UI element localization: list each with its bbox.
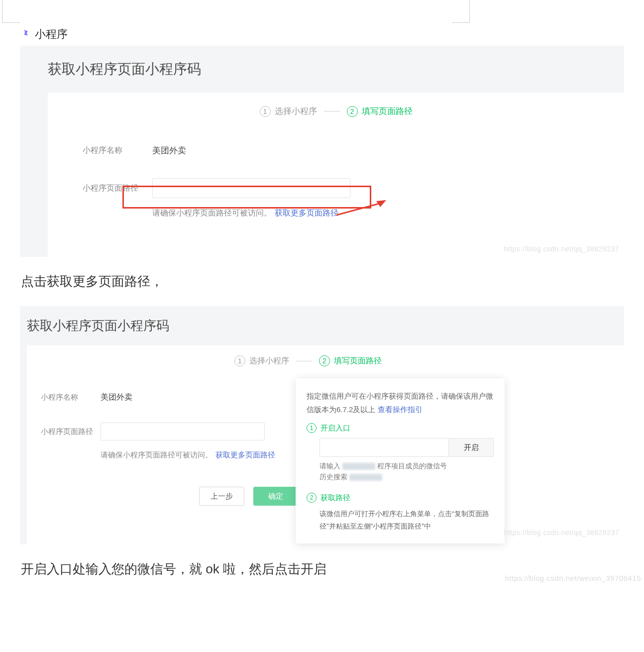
ok-button[interactable]: 确定 xyxy=(253,487,298,506)
more-paths-popup: 指定微信用户可在小程序获得页面路径，请确保该用户微信版本为6.7.2及以上 查看… xyxy=(296,378,505,543)
step-2: 2 填写页面路径 xyxy=(347,106,413,117)
popup-description: 指定微信用户可在小程序获得页面路径，请确保该用户微信版本为6.7.2及以上 查看… xyxy=(307,389,494,416)
hint-text: 请确保小程序页面路径可被访问。 xyxy=(152,209,272,217)
screenshot-1: 获取小程序页面小程序码 1 选择小程序 2 填写页面路径 小程序名称 美团外卖 … xyxy=(20,46,624,257)
path-label: 小程序页面路径 xyxy=(83,183,152,194)
step-1: 1 选择小程序 xyxy=(260,106,317,117)
panel-title: 获取小程序页面小程序码 xyxy=(20,46,624,93)
step-number-icon: 1 xyxy=(234,355,245,366)
popup-step-2: 2 获取路径 xyxy=(307,493,494,503)
open-button[interactable]: 开启 xyxy=(449,438,494,457)
wechat-id-input-row: 开启 xyxy=(320,438,494,457)
path-label: 小程序页面路径 xyxy=(41,427,101,436)
stepper: 1 选择小程序 2 填写页面路径 xyxy=(0,355,624,366)
screenshot-2: 获取小程序页面小程序码 1 选择小程序 2 填写页面路径 小程序名称 美团外卖 … xyxy=(20,306,624,544)
hint-suffix: 程序项目成员的微信号 xyxy=(377,462,447,470)
top-ornament xyxy=(0,0,644,23)
hint-text: 请确保小程序页面路径可被访问。 xyxy=(101,451,213,459)
form-card: 1 选择小程序 2 填写页面路径 小程序名称 美团外卖 小程序页面路径 请确保小… xyxy=(48,93,624,257)
popup-step2-desc: 该微信用户可打开小程序右上角菜单，点击“复制页面路径”并粘贴至左侧“小程序页面路… xyxy=(320,508,494,533)
history-row: 历史搜索 xyxy=(320,473,494,482)
step-label: 填写页面路径 xyxy=(334,356,382,366)
corner-mark-right xyxy=(452,0,470,23)
step-label: 填写页面路径 xyxy=(362,106,413,117)
prev-button[interactable]: 上一步 xyxy=(199,487,244,506)
popup-step1-label: 开启入口 xyxy=(321,424,350,433)
name-value: 美团外卖 xyxy=(152,145,186,156)
watermark-text: https://blog.csdn.net/qq_38829237 xyxy=(504,245,619,253)
get-more-paths-link[interactable]: 获取更多页面路径 xyxy=(215,451,275,459)
hint-prefix: 请输入 xyxy=(320,462,340,470)
input-hint: 请输入 程序项目成员的微信号 xyxy=(320,462,494,471)
step-1: 1 选择小程序 xyxy=(234,355,289,366)
form-card: 1 选择小程序 2 填写页面路径 小程序名称 美团外卖 小程序页面路径 请确保小… xyxy=(27,345,624,544)
step-number-icon: 1 xyxy=(307,423,317,433)
name-label: 小程序名称 xyxy=(41,393,101,402)
corner-mark-left xyxy=(2,0,20,23)
step-label: 选择小程序 xyxy=(275,106,317,117)
step-number-icon: 1 xyxy=(260,106,271,117)
step-label: 选择小程序 xyxy=(249,356,289,366)
path-input[interactable] xyxy=(101,423,265,440)
stepper: 1 选择小程序 2 填写页面路径 xyxy=(48,106,624,117)
blurred-text xyxy=(342,463,375,470)
name-row: 小程序名称 美团外卖 xyxy=(83,139,624,162)
step-number-icon: 2 xyxy=(307,493,317,503)
step-divider xyxy=(296,361,312,361)
history-label: 历史搜索 xyxy=(320,473,347,481)
watermark-text: https://blog.csdn.net/qq_38829237 xyxy=(504,529,619,537)
panel-title: 获取小程序页面小程序码 xyxy=(20,306,624,345)
wechat-id-input[interactable] xyxy=(320,438,449,457)
path-row: 小程序页面路径 xyxy=(83,172,624,204)
step-2: 2 填写页面路径 xyxy=(319,355,382,366)
get-more-paths-link[interactable]: 获取更多页面路径 xyxy=(275,209,338,217)
path-input[interactable] xyxy=(152,178,350,198)
instruction-text-1: 点击获取更多页面路径， xyxy=(20,271,624,292)
hint-row: 请确保小程序页面路径可被访问。 获取更多页面路径 xyxy=(152,208,624,218)
blurred-text xyxy=(349,474,382,481)
name-label: 小程序名称 xyxy=(83,145,152,156)
brand-row: 小程序 xyxy=(21,27,624,42)
name-value: 美团外卖 xyxy=(101,392,132,403)
guide-link[interactable]: 查看操作指引 xyxy=(378,405,423,414)
step-number-icon: 2 xyxy=(347,106,358,117)
popup-step-1: 1 开启入口 xyxy=(307,423,494,433)
brand-label: 小程序 xyxy=(35,27,68,42)
step-divider xyxy=(324,111,340,111)
step-number-icon: 2 xyxy=(319,355,330,366)
popup-step2-label: 获取路径 xyxy=(321,493,350,503)
miniprogram-icon xyxy=(21,28,31,41)
